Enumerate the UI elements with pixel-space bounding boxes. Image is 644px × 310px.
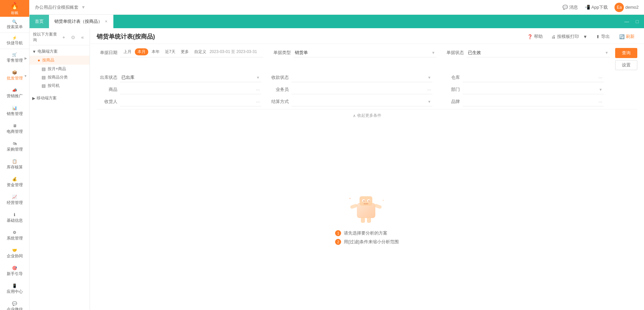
help-button[interactable]: ❓ 帮助 xyxy=(525,32,545,41)
refresh-button[interactable]: 🔄 刷新 xyxy=(616,32,637,41)
mobile-schemes-title[interactable]: ▶ 移动端方案 xyxy=(30,94,90,102)
scheme-label: 按月+商品 xyxy=(48,66,66,72)
sidebar-item-guide[interactable]: 🎯 新手引导 xyxy=(0,262,29,280)
svg-point-5 xyxy=(368,200,370,202)
guide-icon: 🎯 xyxy=(12,266,17,270)
tab-home[interactable]: 首页 xyxy=(30,15,49,28)
brand-label: 品牌 xyxy=(439,99,463,105)
empty-steps: 1 请先选择要分析的方案 2 用[过滤]条件来缩小分析范围 xyxy=(335,230,398,245)
sidebar-item-quick[interactable]: ⚡ 快捷导航 xyxy=(0,33,29,49)
filter-area: 单据日期 上月 本月 本年 近7天 更多 自定义 2023-03-01 至 20… xyxy=(90,44,644,126)
print-dropdown-button[interactable]: ▼ xyxy=(581,33,589,41)
sidebar-item-basic[interactable]: ℹ 基础信息 xyxy=(0,209,29,227)
app-logo[interactable]: 🔥 标账 xyxy=(0,0,30,17)
date-opt-last-month[interactable]: 上月 xyxy=(121,48,133,55)
dept-field[interactable]: ▼ xyxy=(463,85,604,94)
sidebar-item-retail[interactable]: 🛒 零售管理 ▶ xyxy=(0,49,29,67)
app-download-button[interactable]: 📲 App下载 xyxy=(585,4,608,10)
basic-icon: ℹ xyxy=(14,212,15,217)
empty-state-image: ✦ ✦ xyxy=(347,191,387,225)
date-quick-options: 上月 本月 本年 近7天 更多 自定义 2023-03-01 至 2023-03… xyxy=(121,48,262,55)
message-button[interactable]: 💬 消息 xyxy=(562,4,578,10)
payment-field[interactable]: ▼ xyxy=(291,97,433,106)
scheme-by-category[interactable]: ▤ 按商品分类 xyxy=(30,73,90,82)
date-filter-field[interactable]: 上月 本月 本年 近7天 更多 自定义 2023-03-01 至 2023-03… xyxy=(120,48,263,57)
settings-button[interactable]: 设置 xyxy=(615,60,637,70)
date-opt-this-year[interactable]: 本年 xyxy=(150,48,162,55)
sidebar-item-label: 销售管理 xyxy=(7,111,23,117)
date-opt-7days[interactable]: 近7天 xyxy=(163,48,177,55)
out-status-dropdown-icon: ▼ xyxy=(256,75,260,80)
logo-text: 标账 xyxy=(11,10,18,15)
query-button[interactable]: 查询 xyxy=(615,48,637,58)
doc-type-dropdown-icon: ▼ xyxy=(431,51,435,55)
sales-icon: 📊 xyxy=(12,106,17,110)
left-panel-header: 按以下方案查询 + ⊙ « xyxy=(30,28,90,45)
scheme-by-cashier[interactable]: ▤ 按司机 xyxy=(30,82,90,90)
dept-label: 部门 xyxy=(439,87,463,93)
sidebar-item-marketing[interactable]: 📣 营销推广 xyxy=(0,85,29,102)
sidebar-item-wechat[interactable]: 💬 企业微信 xyxy=(0,298,29,310)
collapse-button[interactable]: ∧ 收起更多条件 xyxy=(349,111,385,120)
user-menu[interactable]: Ea demo2 xyxy=(614,3,639,12)
app-download-icon: 📲 xyxy=(585,5,590,10)
sidebar-item-purchase[interactable]: 🛍 采购管理 xyxy=(0,138,29,156)
sidebar-item-ecom[interactable]: 🖥 电商管理 xyxy=(0,120,29,138)
scheme-by-month-goods[interactable]: ▤ 按月+商品 xyxy=(30,65,90,73)
message-label: 消息 xyxy=(569,4,578,10)
export-button[interactable]: ⬆ 导出 xyxy=(593,32,612,41)
warehouse-ellipsis-icon: ··· xyxy=(598,75,602,80)
breadcrumb-dropdown-icon[interactable]: ▼ xyxy=(81,5,86,10)
sidebar-item-inventory[interactable]: 📋 库存核算 xyxy=(0,156,29,173)
marketing-icon: 📣 xyxy=(12,88,17,93)
sidebar-item-label: 系统管理 xyxy=(7,236,23,241)
staff-field[interactable]: ··· xyxy=(291,85,433,94)
date-opt-custom[interactable]: 自定义 xyxy=(192,48,208,55)
warehouse-field[interactable]: ··· xyxy=(463,73,604,82)
scheme-label: 按司机 xyxy=(48,83,60,89)
collab-icon: 🤝 xyxy=(12,248,17,253)
desktop-schemes-title[interactable]: ▼ 电脑端方案 xyxy=(30,47,90,56)
goods-field[interactable]: ··· xyxy=(120,85,261,94)
sidebar-item-finance[interactable]: 💰 资金管理 xyxy=(0,173,29,191)
sidebar-item-wholesale[interactable]: 📦 批发管理 ▼ xyxy=(0,67,29,85)
sidebar-item-system[interactable]: ⚙ 系统管理 xyxy=(0,227,29,245)
out-status-value: 已出库 xyxy=(121,74,255,81)
empty-step-2: 2 用[过滤]条件来缩小分析范围 xyxy=(335,239,398,245)
sidebar-item-apps[interactable]: 📱 应用中心 xyxy=(0,280,29,298)
scheme-by-goods[interactable]: ● 按商品 xyxy=(30,56,90,65)
sidebar-item-search[interactable]: 🔍 搜索菜单 xyxy=(0,17,29,33)
print-button[interactable]: 🖨 按模板打印 xyxy=(549,32,581,41)
scheme-icon: ▤ xyxy=(42,83,46,88)
svg-rect-7 xyxy=(350,203,358,209)
date-opt-more[interactable]: 更多 xyxy=(179,48,191,55)
main-area: 办公用品行业模拟账套 ▼ 💬 消息 📲 App下载 Ea demo2 首页 xyxy=(30,0,644,310)
out-status-field[interactable]: 已出库 ▼ xyxy=(120,73,261,82)
sidebar-item-label: 资金管理 xyxy=(7,182,23,188)
sidebar-item-collab[interactable]: 🤝 企业协同 xyxy=(0,245,29,262)
doc-type-field[interactable]: 销货单 ▼ xyxy=(293,48,437,57)
collapse-panel-button[interactable]: « xyxy=(79,34,86,41)
sidebar-item-sales[interactable]: 📊 销售管理 xyxy=(0,102,29,120)
settings-scheme-button[interactable]: ⊙ xyxy=(69,34,77,41)
add-scheme-button[interactable]: + xyxy=(60,34,67,41)
tab-sales-stats[interactable]: 销货单统计表（按商品） × xyxy=(49,15,113,28)
brand-field[interactable]: ··· xyxy=(463,97,604,106)
tab-close-button[interactable]: × xyxy=(104,18,108,24)
doc-status-field[interactable]: 已生效 ▼ xyxy=(467,48,610,57)
date-opt-this-month[interactable]: 本月 xyxy=(135,48,148,55)
search-icon: 🔍 xyxy=(0,19,29,24)
step-1-text: 请先选择要分析的方案 xyxy=(344,230,387,236)
tab-minimize-button[interactable]: — xyxy=(622,17,632,25)
tab-maximize-button[interactable]: □ xyxy=(633,17,641,25)
sidebar-item-operations[interactable]: 📈 经营管理 xyxy=(0,191,29,209)
payment-dropdown-icon: ▼ xyxy=(427,100,431,104)
sidebar-item-label: 批发管理 xyxy=(7,75,23,81)
sidebar-item-label: 经营管理 xyxy=(7,200,23,206)
receipt-status-field[interactable]: ▼ xyxy=(291,73,433,82)
receiver-label: 收货人 xyxy=(97,99,120,105)
date-label: 单据日期 xyxy=(97,50,120,56)
scheme-icon: ▤ xyxy=(42,66,46,71)
receiver-field[interactable]: ··· xyxy=(120,97,261,106)
mobile-schemes-group: ▶ 移动端方案 xyxy=(30,92,90,104)
